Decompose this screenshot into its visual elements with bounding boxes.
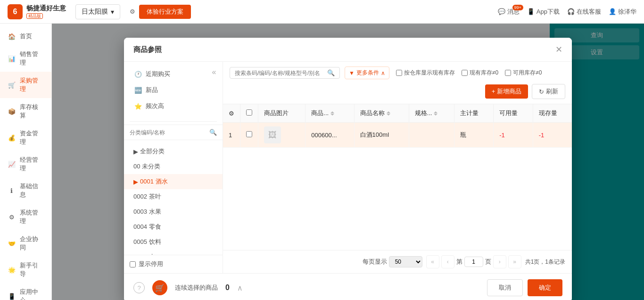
online-service-btn[interactable]: 🎧 在线客服 [567,8,601,16]
checkbox-current-stock[interactable]: 现有库存≠0 [462,69,498,77]
modal-footer: ? 🛒 连续选择的商品 0 ∧ 取消 确定 [124,273,572,300]
sidebar-item-collab[interactable]: 🤝 企业协同 [0,230,51,257]
checkbox-current-input[interactable] [462,70,468,76]
search-icon[interactable]: 🔍 [327,69,335,76]
show-disabled-checkbox[interactable]: 显示停用 [130,260,217,268]
inventory-icon: 📦 [8,107,16,116]
category-label: 0002 茶叶 [133,192,161,201]
nav-dropdown[interactable]: 日太阳膜 ▾ [75,4,120,19]
user-menu[interactable]: 👤 徐泽华 [609,8,636,16]
th-label: 商品名称 [360,109,385,117]
product-search-box: 🔍 [230,67,340,79]
tab-frequent[interactable]: ⭐ 频次高 [130,99,217,114]
table-row[interactable]: 1 🖼 000600... 白酒100ml [223,123,572,148]
category-item-drink[interactable]: 0005 饮料 [124,234,223,250]
product-search-input[interactable] [235,70,324,76]
collapse-sidebar-button[interactable]: « [209,67,219,77]
th-label: 可用量 [499,109,518,117]
category-item-fruit[interactable]: 0003 水果 [124,204,223,219]
sidebar-item-finance[interactable]: 💰 资金管理 [0,125,51,151]
checkbox-warehouse-stock[interactable]: 按仓库显示现有库存 [396,69,455,77]
page-number-input[interactable] [464,257,483,267]
cart-icon[interactable]: 🛒 [152,280,167,295]
confirm-button[interactable]: 确定 [528,279,562,296]
tab-label: 近期购买 [146,70,170,78]
show-disabled-input[interactable] [130,261,136,267]
th-product-code: 商品... [305,104,354,123]
sidebar-item-apps[interactable]: 📱 应用中心 [0,283,51,300]
select-all-checkbox[interactable] [246,109,252,116]
row-checkbox[interactable] [246,131,252,137]
modal-sidebar-footer: 显示停用 [124,255,223,273]
td-product-spec [409,123,454,148]
cancel-button[interactable]: 取消 [487,279,523,296]
page-label: 第 [456,258,462,266]
category-item-water[interactable]: 0008 水 [124,250,223,255]
category-item-tea[interactable]: 0002 茶叶 [124,189,223,204]
collapse-button[interactable]: ∧ [237,283,243,292]
th-available-qty: 可用量 [494,104,533,123]
filter-label: 更多条件 [356,69,379,77]
messages-btn[interactable]: 💬 消息 99+ [498,8,520,16]
td-product-image: 🖼 [258,123,305,148]
modal-toolbar: 🔍 ▼ 更多条件 ∧ 按仓库显示现有库存 [223,62,572,104]
category-item-uncategorized[interactable]: 00 未分类 [124,159,223,174]
help-button[interactable]: ? [133,282,145,293]
sidebar-item-purchase[interactable]: 🛒 采购管理 [0,72,51,98]
next-page-button[interactable]: › [493,255,506,268]
page-total: 共1页，1条记录 [525,258,565,266]
td-product-unit: 瓶 [454,123,493,148]
message-icon: 💬 [498,8,505,15]
th-label: 商品... [311,109,329,117]
page-unit: 页 [485,258,491,266]
modal-title: 商品参照 [133,45,162,54]
filter-button[interactable]: ▼ 更多条件 ∧ [345,67,389,79]
last-page-button[interactable]: » [508,255,521,268]
category-item-liquor[interactable]: ▶ 0001 酒水 [124,174,223,189]
show-disabled-label: 显示停用 [139,260,163,268]
settings-icon[interactable]: ⚙ [126,5,139,18]
sidebar-item-sales[interactable]: 📊 销售管理 [0,45,51,72]
first-page-button[interactable]: « [426,255,439,268]
guide-icon: 🌟 [8,266,16,274]
category-item-all[interactable]: ▶ 全部分类 [124,144,223,159]
page-size-dropdown[interactable]: 50 10 20 100 [389,256,422,267]
modal-body: « 🕐 近期购买 🆕 新品 ⭐ [124,62,572,273]
category-search-input[interactable] [130,129,206,136]
divider [130,121,217,122]
logo-text: 畅捷通好生意 精品版 [26,4,66,20]
main-layout: 🏠 首页 📊 销售管理 🛒 采购管理 📦 库存核算 💰 资金管理 📈 经营管理 … [0,24,644,300]
checkbox-available-input[interactable] [505,70,511,76]
prev-page-button[interactable]: ‹ [441,255,454,268]
category-list: ▶ 全部分类 00 未分类 ▶ 0001 酒水 0002 茶 [124,140,223,255]
sidebar-item-guide[interactable]: 🌟 新手引导 [0,257,51,283]
sidebar-item-system[interactable]: ⚙ 系统管理 [0,204,51,230]
sidebar-item-home[interactable]: 🏠 首页 [0,27,51,45]
info-icon: ℹ [8,186,16,195]
category-search: 🔍 [124,125,223,140]
top-nav: 6 畅捷通好生意 精品版 日太阳膜 ▾ ⚙ 体验行业方案 💬 消息 99+ 📱 … [0,0,644,24]
sidebar-item-business[interactable]: 📈 经营管理 [0,151,51,177]
modal-close-button[interactable]: ✕ [555,44,562,55]
td-row-check [240,123,258,148]
category-label: 0004 零食 [133,223,161,231]
search-icon[interactable]: 🔍 [209,129,217,136]
checkbox-warehouse-input[interactable] [396,70,402,76]
cart-label: 连续选择的商品 [175,283,218,292]
app-download-btn[interactable]: 📱 App下载 [527,8,560,16]
sidebar-item-info[interactable]: ℹ 基础信息 [0,177,51,204]
product-image: 🖼 [264,126,281,143]
category-item-snack[interactable]: 0004 零食 [124,219,223,234]
sidebar-item-label: 资金管理 [20,129,44,146]
gear-icon[interactable]: ⚙ [229,110,234,117]
add-product-button[interactable]: + 新增商品 [485,84,528,99]
tab-recent-purchase[interactable]: 🕐 近期购买 [130,67,217,82]
tab-new-products[interactable]: 🆕 新品 [130,83,217,98]
th-product-unit: 主计量 [454,104,493,123]
sidebar-item-label: 首页 [20,32,32,41]
sidebar-item-inventory[interactable]: 📦 库存核算 [0,98,51,125]
checkbox-group: 按仓库显示现有库存 现有库存≠0 可用库存≠0 [396,69,542,77]
refresh-button[interactable]: ↻ 刷新 [532,84,565,99]
trial-button[interactable]: 体验行业方案 [139,5,191,19]
checkbox-available-stock[interactable]: 可用库存≠0 [505,69,542,77]
